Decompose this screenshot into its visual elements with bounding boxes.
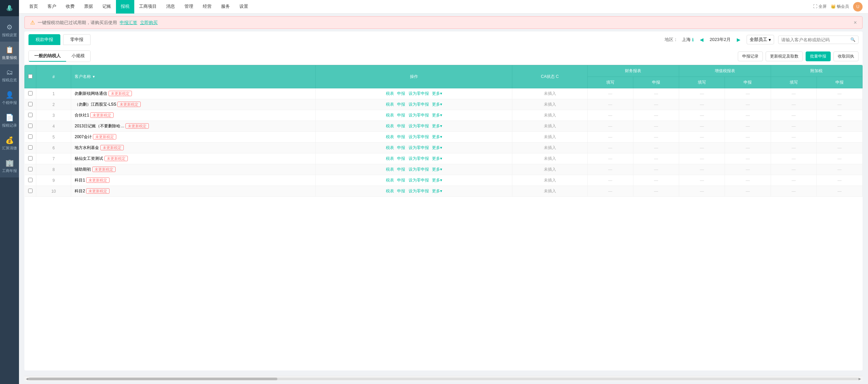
- nav-accounting[interactable]: 记账: [98, 0, 116, 14]
- row-select-checkbox[interactable]: [28, 156, 33, 161]
- op-btn-2[interactable]: 设为零申报: [408, 167, 430, 172]
- op-btn-1[interactable]: 申报: [396, 145, 406, 151]
- op-btn-2[interactable]: 设为零申报: [408, 188, 430, 194]
- op-btn-0[interactable]: 税表: [385, 91, 395, 97]
- scroll-right-arrow[interactable]: ▶: [859, 377, 861, 381]
- nav-settings[interactable]: 设置: [235, 0, 253, 14]
- op-btn-1[interactable]: 申报: [396, 188, 406, 194]
- op-btn-3[interactable]: 更多▾: [431, 177, 443, 183]
- sidebar-item-tax-records[interactable]: 📄 报税记录: [0, 109, 19, 132]
- row-checkbox[interactable]: [25, 164, 36, 175]
- search-input[interactable]: [781, 37, 849, 42]
- nav-home[interactable]: 首页: [24, 0, 43, 14]
- row-checkbox[interactable]: [25, 132, 36, 143]
- row-select-checkbox[interactable]: [28, 167, 33, 171]
- alert-close[interactable]: ×: [854, 20, 857, 26]
- op-btn-1[interactable]: 申报: [396, 91, 406, 97]
- update-tax-btn[interactable]: 更新税定及取数: [766, 51, 803, 61]
- horizontal-scrollbar[interactable]: ◀ ▶: [24, 376, 863, 381]
- op-btn-1[interactable]: 申报: [396, 123, 406, 129]
- nav-service[interactable]: 服务: [216, 0, 235, 14]
- op-btn-3[interactable]: 更多▾: [431, 156, 443, 162]
- nav-business[interactable]: 工商项目: [134, 0, 161, 14]
- op-btn-0[interactable]: 税表: [385, 188, 395, 194]
- op-btn-2[interactable]: 设为零申报: [408, 156, 430, 162]
- member-btn[interactable]: 👑 畅会员: [831, 4, 849, 9]
- row-select-checkbox[interactable]: [28, 178, 33, 182]
- op-btn-2[interactable]: 设为零申报: [408, 134, 430, 140]
- sidebar-item-batch-tax[interactable]: 📋 批量报税: [0, 42, 19, 64]
- select-all-checkbox[interactable]: [28, 74, 33, 79]
- nav-bills[interactable]: 票据: [79, 0, 98, 14]
- row-checkbox[interactable]: [25, 175, 36, 186]
- tab-zero-filing[interactable]: 零申报: [63, 34, 91, 45]
- op-btn-3[interactable]: 更多▾: [431, 91, 443, 97]
- op-btn-1[interactable]: 申报: [396, 167, 406, 172]
- nav-fees[interactable]: 收费: [61, 0, 79, 14]
- scroll-track[interactable]: [28, 378, 859, 380]
- sidebar-item-tax-overview[interactable]: 🗂 报税总览: [0, 64, 19, 87]
- op-btn-0[interactable]: 税表: [385, 167, 395, 172]
- op-btn-0[interactable]: 税表: [385, 102, 395, 107]
- tab-general-taxpayer[interactable]: 一般的纳税人: [29, 51, 66, 62]
- nav-tax[interactable]: 报税: [116, 0, 134, 14]
- op-btn-0[interactable]: 税表: [385, 134, 395, 140]
- op-btn-1[interactable]: 申报: [396, 156, 406, 162]
- alert-link1[interactable]: 申报汇签: [120, 20, 137, 26]
- op-btn-3[interactable]: 更多▾: [431, 102, 443, 107]
- row-checkbox[interactable]: [25, 186, 36, 197]
- op-btn-3[interactable]: 更多▾: [431, 167, 443, 172]
- staff-selector[interactable]: 全部员工 ▾: [747, 35, 774, 44]
- op-btn-1[interactable]: 申报: [396, 112, 406, 118]
- op-btn-3[interactable]: 更多▾: [431, 112, 443, 118]
- collect-receipt-btn[interactable]: 收取回执: [833, 51, 859, 61]
- scroll-left-arrow[interactable]: ◀: [26, 377, 28, 381]
- op-btn-2[interactable]: 设为零申报: [408, 91, 430, 97]
- op-btn-2[interactable]: 设为零申报: [408, 177, 430, 183]
- row-select-checkbox[interactable]: [28, 134, 33, 139]
- row-checkbox[interactable]: [25, 88, 36, 99]
- op-btn-0[interactable]: 税表: [385, 112, 395, 118]
- op-btn-3[interactable]: 更多▾: [431, 145, 443, 151]
- op-btn-2[interactable]: 设为零申报: [408, 112, 430, 118]
- op-btn-3[interactable]: 更多▾: [431, 188, 443, 194]
- op-btn-3[interactable]: 更多▾: [431, 134, 443, 140]
- row-select-checkbox[interactable]: [28, 91, 33, 95]
- row-checkbox[interactable]: [25, 110, 36, 121]
- nav-messages[interactable]: 消息: [161, 0, 180, 14]
- fullscreen-btn[interactable]: ⛶ 全屏: [813, 4, 826, 9]
- row-checkbox[interactable]: [25, 143, 36, 153]
- nav-customer[interactable]: 客户: [43, 0, 61, 14]
- row-select-checkbox[interactable]: [28, 102, 33, 106]
- batch-filing-btn[interactable]: 批量申报: [806, 51, 831, 61]
- alert-link2[interactable]: 立即购买: [140, 20, 158, 26]
- search-icon[interactable]: 🔍: [850, 37, 855, 42]
- prev-month-btn[interactable]: ◀: [698, 36, 706, 43]
- row-select-checkbox[interactable]: [28, 124, 33, 128]
- row-checkbox[interactable]: [25, 153, 36, 164]
- op-btn-0[interactable]: 税表: [385, 123, 395, 129]
- op-btn-2[interactable]: 设为零申报: [408, 123, 430, 129]
- sidebar-item-tax-settings[interactable]: ⚙ 报税设置: [0, 19, 19, 42]
- op-btn-1[interactable]: 申报: [396, 177, 406, 183]
- row-select-checkbox[interactable]: [28, 145, 33, 150]
- op-btn-2[interactable]: 设为零申报: [408, 145, 430, 151]
- sidebar-item-personal-tax[interactable]: 👤 个税申报: [0, 87, 19, 109]
- op-btn-2[interactable]: 设为零申报: [408, 102, 430, 107]
- avatar[interactable]: U: [853, 2, 863, 12]
- row-checkbox[interactable]: [25, 121, 36, 132]
- op-btn-0[interactable]: 税表: [385, 177, 395, 183]
- tab-tax-filing[interactable]: 税款申报: [28, 34, 60, 45]
- tab-small-scale[interactable]: 小规模: [66, 51, 90, 62]
- sidebar-item-annual-report[interactable]: 🏢 工商年报: [0, 155, 19, 177]
- filing-records-btn[interactable]: 申报记录: [738, 51, 763, 61]
- sidebar-item-settlement[interactable]: 💰 汇算清缴: [0, 132, 19, 155]
- op-btn-3[interactable]: 更多▾: [431, 123, 443, 129]
- next-month-btn[interactable]: ▶: [735, 36, 743, 43]
- row-select-checkbox[interactable]: [28, 189, 33, 193]
- op-btn-0[interactable]: 税表: [385, 156, 395, 162]
- op-btn-1[interactable]: 申报: [396, 134, 406, 140]
- row-select-checkbox[interactable]: [28, 113, 33, 117]
- nav-manage[interactable]: 管理: [180, 0, 198, 14]
- nav-operations[interactable]: 经营: [198, 0, 216, 14]
